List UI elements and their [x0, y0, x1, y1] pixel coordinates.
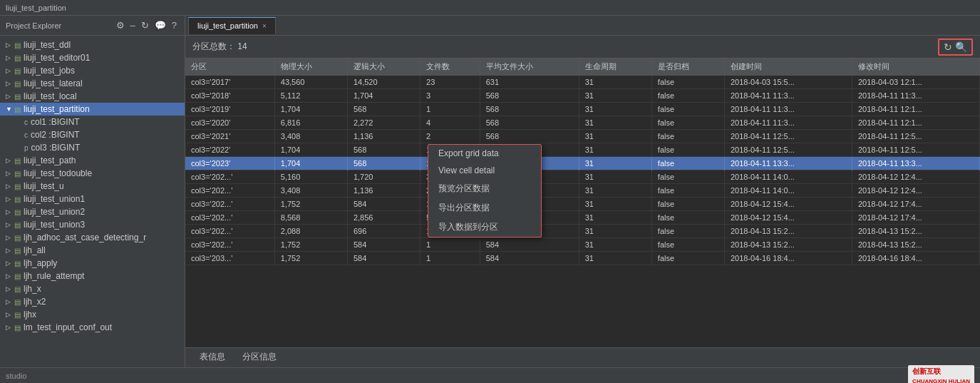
- table-row[interactable]: col3='202...'1,752584158431false2018-04-…: [185, 238, 980, 252]
- table-cell: false: [651, 184, 724, 198]
- table-row[interactable]: col3='202...'8,5682,856557131false2018-0…: [185, 211, 980, 225]
- sidebar-item-liuji_test_union2[interactable]: ▷▤liuji_test_union2: [0, 205, 185, 218]
- table-cell: 1,720: [347, 170, 420, 184]
- table-row[interactable]: col3='2022'1,704568156831false2018-04-11…: [185, 143, 980, 157]
- sidebar-refresh-button[interactable]: ↻: [139, 19, 151, 31]
- sidebar-settings-button[interactable]: ⚙: [114, 19, 127, 31]
- sidebar-item-liuji_test_ddl[interactable]: ▷▤liuji_test_ddl: [0, 39, 185, 51]
- refresh-button[interactable]: ↻: [944, 41, 952, 53]
- table-cell: 2018-04-11 13:3...: [852, 157, 979, 170]
- table-row[interactable]: col3='203...'1,752584158431false2018-04-…: [185, 252, 980, 265]
- chevron-icon: ▷: [6, 41, 13, 48]
- sidebar-item-col2_bigint[interactable]: ccol2 :BIGINT: [0, 128, 185, 141]
- main-tab[interactable]: liuji_test_partition ×: [188, 17, 276, 34]
- table-row[interactable]: col3='202...'3,4081,136256831false2018-0…: [185, 184, 980, 198]
- table-cell: 2018-04-12 15:4...: [724, 198, 852, 211]
- table-cell: 2018-04-11 11:3...: [724, 89, 852, 103]
- sidebar-item-col3_bigint[interactable]: pcol3 :BIGINT: [0, 141, 185, 154]
- tree-item-label: liuji_test_ddl: [24, 40, 71, 50]
- tree-item-label: col1 :BIGINT: [31, 117, 80, 127]
- table-cell: 31: [579, 89, 651, 103]
- sidebar-item-liuji_test_partition[interactable]: ▼▤liuji_test_partition: [0, 103, 185, 116]
- table-cell: 31: [579, 198, 651, 211]
- sidebar-item-ljh_all[interactable]: ▷▤ljh_all: [0, 244, 185, 257]
- column-icon: c: [24, 118, 28, 126]
- sidebar-item-ljh_apply[interactable]: ▷▤ljh_apply: [0, 257, 185, 270]
- bottom-tab[interactable]: 表信息: [191, 348, 234, 367]
- search-button[interactable]: 🔍: [955, 41, 967, 53]
- sidebar-item-liuji_test_path[interactable]: ▷▤liuji_test_path: [0, 154, 185, 167]
- tree-item-label: ljh_x2: [24, 297, 46, 307]
- table-cell: 5,160: [274, 170, 347, 184]
- chevron-icon: ▷: [6, 247, 13, 254]
- table-cell: 1,704: [274, 103, 347, 116]
- table-row[interactable]: col3='202...'5,1601,720357331false2018-0…: [185, 170, 980, 184]
- chevron-icon: ▷: [6, 67, 13, 74]
- sidebar-item-ljh_adhoc[interactable]: ▷▤ljh_adhoc_ast_case_detecting_r: [0, 231, 185, 244]
- sidebar-item-liuji_test_jobs[interactable]: ▷▤liuji_test_jobs: [0, 64, 185, 77]
- table-cell: 2018-04-13 15:2...: [852, 238, 979, 252]
- sidebar-collapse-button[interactable]: –: [128, 19, 138, 31]
- table-icon: ▤: [14, 260, 21, 267]
- table-icon: ▤: [14, 93, 21, 101]
- sidebar-item-liuji_test_local[interactable]: ▷▤liuji_test_local: [0, 90, 185, 103]
- table-row[interactable]: col3='2020'6,8162,272456831false2018-04-…: [185, 116, 980, 130]
- table-cell: false: [651, 238, 724, 252]
- context-menu-item[interactable]: 导出分区数据: [428, 198, 541, 218]
- table-icon: ▤: [14, 324, 21, 332]
- table-row[interactable]: col3='202...'2,088696169631false2018-04-…: [185, 225, 980, 238]
- close-tab-icon[interactable]: ×: [262, 22, 267, 30]
- chevron-icon: ▷: [6, 260, 13, 267]
- tab-label: liuji_test_partition: [197, 21, 258, 30]
- table-row[interactable]: col3='2019'1,704568156831false2018-04-11…: [185, 103, 980, 116]
- tree-item-label: ljh_all: [24, 245, 46, 255]
- table-icon: ▤: [14, 170, 21, 178]
- sidebar-item-ljh_x2[interactable]: ▷▤ljh_x2: [0, 295, 185, 308]
- table-cell: 2: [421, 130, 480, 143]
- table-cell: 31: [579, 130, 651, 143]
- table-cell: 1,704: [347, 89, 420, 103]
- table-cell: col3='202...': [185, 198, 274, 211]
- context-menu-item[interactable]: Export grid data: [428, 145, 541, 162]
- sidebar-item-lm_test_input[interactable]: ▷▤lm_test_input_conf_out: [0, 321, 185, 334]
- sidebar-item-liuji_test_editor01[interactable]: ▷▤liuji_test_editor01: [0, 51, 185, 64]
- table-row[interactable]: col3='2021'3,4081,136256831false2018-04-…: [185, 130, 980, 143]
- table-cell: 568: [480, 89, 579, 103]
- table-cell: 43,560: [274, 76, 347, 89]
- sidebar-item-liuji_test_u[interactable]: ▷▤liuji_test_u: [0, 180, 185, 193]
- table-cell: 2,088: [274, 225, 347, 238]
- chevron-icon: ▷: [6, 234, 13, 241]
- context-menu-item[interactable]: 导入数据到分区: [428, 218, 541, 237]
- table-cell: 2018-04-12 12:4...: [852, 170, 979, 184]
- context-menu-item[interactable]: View cell detail: [428, 162, 541, 179]
- sidebar-item-liuji_test_todouble[interactable]: ▷▤liuji_test_todouble: [0, 167, 185, 180]
- table-row[interactable]: col3='2017'43,56014,5202363131false2018-…: [185, 76, 980, 89]
- sidebar-item-liuji_test_lateral[interactable]: ▷▤liuji_test_lateral: [0, 77, 185, 90]
- table-cell: 31: [579, 103, 651, 116]
- table-cell: 2018-04-11 14:0...: [724, 184, 852, 198]
- table-cell: false: [651, 157, 724, 170]
- tree-item-label: liuji_test_union2: [24, 207, 85, 217]
- content-area: liuji_test_partition × 分区总数： 14 ↻ 🔍 分区物理…: [185, 16, 980, 367]
- sidebar-item-ljh_x[interactable]: ▷▤ljh_x: [0, 282, 185, 295]
- chevron-icon: ▷: [6, 54, 13, 61]
- sidebar-add-button[interactable]: 💬: [153, 19, 168, 31]
- table-row[interactable]: col3='202...'1,752584158431false2018-04-…: [185, 198, 980, 211]
- sidebar-item-col1_bigint[interactable]: ccol1 :BIGINT: [0, 116, 185, 128]
- table-cell: 568: [480, 103, 579, 116]
- col-header: 分区: [185, 58, 274, 76]
- table-icon: ▤: [14, 54, 21, 62]
- table-cell: 2018-04-11 12:5...: [724, 130, 852, 143]
- sidebar-item-liuji_test_union3[interactable]: ▷▤liuji_test_union3: [0, 218, 185, 231]
- sidebar-item-ljhx[interactable]: ▷▤ljhx: [0, 308, 185, 321]
- sidebar-item-liuji_test_union1[interactable]: ▷▤liuji_test_union1: [0, 193, 185, 205]
- bottom-tab[interactable]: 分区信息: [234, 348, 285, 367]
- chevron-icon: ▷: [6, 324, 13, 331]
- col-header: 生命周期: [579, 58, 651, 76]
- table-row[interactable]: col3='2018'5,1121,704356831false2018-04-…: [185, 89, 980, 103]
- context-menu-item[interactable]: 预览分区数据: [428, 179, 541, 198]
- sidebar-item-ljh_rule_attempt[interactable]: ▷▤ljh_rule_attempt: [0, 270, 185, 282]
- table-cell: 1,704: [274, 157, 347, 170]
- table-row[interactable]: col3='2023'1,704568156831false2018-04-11…: [185, 157, 980, 170]
- sidebar-help-button[interactable]: ?: [170, 19, 179, 31]
